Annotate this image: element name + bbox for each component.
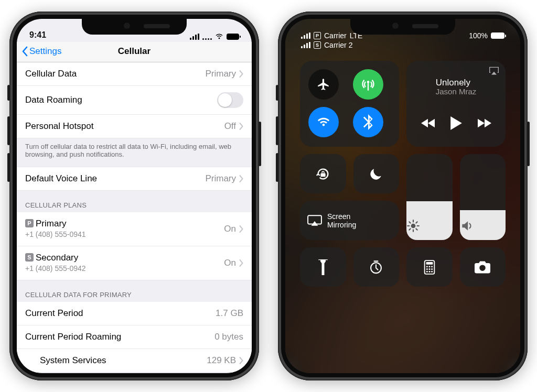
airplay-icon[interactable] bbox=[489, 66, 499, 75]
plan-name: Secondary bbox=[36, 253, 78, 263]
now-playing-tile[interactable]: Unlonely Jason Mraz bbox=[406, 61, 506, 147]
control-center: P Carrier LTE S Carrier 2 100% bbox=[285, 19, 520, 373]
svg-point-13 bbox=[431, 270, 433, 272]
rotation-lock-icon bbox=[315, 166, 331, 182]
notch bbox=[82, 19, 187, 35]
row-system-services[interactable]: System Services 129 KB bbox=[17, 349, 252, 373]
play-icon bbox=[450, 116, 462, 130]
chevron-right-icon bbox=[239, 175, 243, 182]
volume-slider[interactable] bbox=[460, 154, 506, 240]
sys-value: 129 KB bbox=[207, 355, 236, 366]
wifi-icon bbox=[215, 34, 223, 40]
plan-name: Primary bbox=[36, 219, 67, 228]
moon-icon bbox=[369, 167, 383, 181]
roaming-toggle[interactable] bbox=[217, 92, 243, 108]
mirror-icon bbox=[307, 215, 322, 226]
bluetooth-button[interactable] bbox=[353, 107, 383, 137]
flashlight-icon bbox=[318, 259, 328, 275]
voice-label: Default Voice Line bbox=[25, 173, 97, 184]
track-title: Unlonely bbox=[436, 78, 477, 88]
carrier-name: Carrier bbox=[324, 31, 347, 40]
connectivity-tile[interactable] bbox=[300, 61, 399, 147]
phone-settings: 9:41 Settings Cellular bbox=[9, 12, 259, 380]
carrier-name: Carrier 2 bbox=[324, 41, 352, 49]
row-period-roaming: Current Period Roaming 0 bytes bbox=[17, 325, 252, 349]
period-label: Current Period bbox=[25, 308, 83, 319]
brightness-icon bbox=[406, 219, 453, 233]
camera-button[interactable] bbox=[460, 247, 506, 287]
plan-value: On bbox=[224, 224, 236, 234]
rewind-button[interactable] bbox=[421, 118, 435, 128]
airplane-mode-button[interactable] bbox=[308, 69, 339, 100]
battery-percent: 100% bbox=[469, 31, 488, 40]
settings-screen: 9:41 Settings Cellular bbox=[17, 19, 252, 373]
dnd-button[interactable] bbox=[353, 154, 400, 193]
track-artist: Jason Mraz bbox=[436, 87, 477, 96]
row-current-period: Current Period 1.7 GB bbox=[17, 302, 252, 325]
rotation-lock-button[interactable] bbox=[300, 154, 346, 193]
svg-point-12 bbox=[428, 270, 430, 272]
mirroring-label-2: Mirroring bbox=[327, 221, 356, 229]
phone-control-center: P Carrier LTE S Carrier 2 100% bbox=[278, 12, 528, 380]
secondary-signal-icon bbox=[202, 38, 212, 40]
volume-icon bbox=[460, 219, 506, 233]
bluetooth-icon bbox=[362, 114, 374, 130]
roam-value: 0 bytes bbox=[214, 332, 243, 342]
row-plan-primary[interactable]: PPrimary +1 (408) 555-0941 On bbox=[17, 212, 252, 246]
airplane-icon bbox=[317, 78, 330, 91]
wifi-button[interactable] bbox=[308, 107, 339, 137]
chevron-left-icon bbox=[22, 46, 28, 57]
forward-button[interactable] bbox=[478, 118, 491, 128]
flashlight-button[interactable] bbox=[300, 247, 346, 287]
play-button[interactable] bbox=[450, 116, 462, 130]
cellular-data-button[interactable] bbox=[353, 69, 383, 100]
row-data-roaming[interactable]: Data Roaming bbox=[17, 86, 252, 115]
data-header: Cellular Data for Primary bbox=[17, 280, 252, 302]
wifi-icon bbox=[316, 115, 331, 129]
chevron-right-icon bbox=[239, 225, 243, 233]
svg-point-11 bbox=[426, 270, 428, 272]
hotspot-value: Off bbox=[224, 121, 236, 132]
forward-icon bbox=[478, 118, 491, 128]
svg-point-8 bbox=[426, 268, 428, 269]
cell-data-note: Turn off cellular data to restrict all d… bbox=[17, 138, 252, 167]
back-button[interactable]: Settings bbox=[22, 46, 97, 57]
plan-badge: P bbox=[25, 219, 34, 227]
row-personal-hotspot[interactable]: Personal Hotspot Off bbox=[17, 115, 252, 138]
notch bbox=[350, 19, 455, 35]
signal-bars-icon bbox=[190, 34, 199, 40]
plan-value: On bbox=[224, 258, 236, 268]
svg-point-6 bbox=[428, 266, 430, 267]
battery-icon bbox=[491, 32, 504, 39]
hotspot-label: Personal Hotspot bbox=[25, 121, 93, 132]
row-cellular-data[interactable]: Cellular Data Primary bbox=[17, 62, 252, 86]
sys-label: System Services bbox=[25, 355, 106, 366]
signal-bars-icon bbox=[301, 32, 310, 39]
cell-data-value: Primary bbox=[205, 69, 236, 79]
cell-data-label: Cellular Data bbox=[25, 69, 77, 79]
plans-header: Cellular Plans bbox=[17, 191, 252, 212]
antenna-icon bbox=[361, 77, 375, 92]
svg-point-10 bbox=[431, 268, 433, 269]
chevron-right-icon bbox=[239, 259, 243, 267]
plan-number: +1 (408) 555-0941 bbox=[25, 230, 86, 238]
calculator-icon bbox=[424, 260, 435, 275]
roam-label: Current Period Roaming bbox=[25, 332, 121, 342]
row-default-voice-line[interactable]: Default Voice Line Primary bbox=[17, 167, 252, 191]
sim-badge: P bbox=[314, 32, 321, 39]
period-value: 1.7 GB bbox=[216, 308, 243, 319]
chevron-right-icon bbox=[239, 123, 243, 130]
voice-value: Primary bbox=[205, 173, 236, 184]
mirroring-label-1: Screen bbox=[327, 212, 356, 221]
screen-mirroring-button[interactable]: Screen Mirroring bbox=[300, 201, 399, 240]
battery-icon bbox=[227, 34, 239, 40]
back-label: Settings bbox=[29, 46, 61, 57]
row-plan-secondary[interactable]: SSecondary +1 (408) 555-0942 On bbox=[17, 246, 252, 280]
timer-button[interactable] bbox=[353, 247, 400, 287]
roaming-label: Data Roaming bbox=[25, 95, 82, 105]
rewind-icon bbox=[421, 118, 435, 128]
calculator-button[interactable] bbox=[406, 247, 453, 287]
brightness-slider[interactable] bbox=[406, 154, 453, 240]
svg-rect-4 bbox=[426, 262, 433, 265]
page-title: Cellular bbox=[97, 46, 172, 57]
